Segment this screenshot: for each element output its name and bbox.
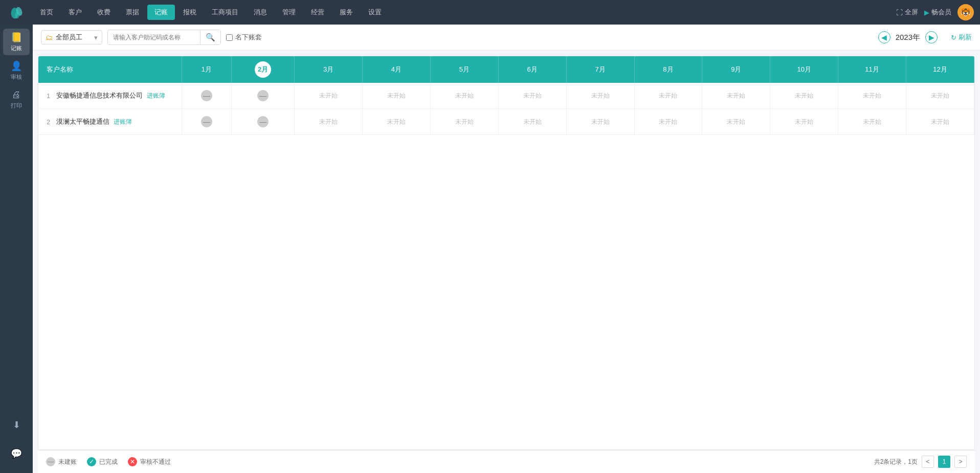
aug-cell-2: 未开始 (634, 109, 702, 135)
sidebar-item-help[interactable]: 💬 (3, 440, 30, 467)
col-client-name: 客户名称 (38, 56, 182, 83)
client-name-1: 安徽畅捷通信息技术有限公司 (56, 91, 143, 100)
year-navigation: ◀ 2023年 ▶ (878, 31, 938, 43)
legend-not-created: — 未建账 (46, 457, 77, 466)
nov-cell-1: 未开始 (838, 83, 906, 109)
enter-link-1[interactable]: 进账簿 (147, 92, 165, 100)
prev-page-button[interactable]: < (922, 456, 934, 468)
checkbox-label[interactable]: 名下账套 (226, 33, 262, 42)
refresh-button[interactable]: ↻ 刷新 (951, 33, 972, 42)
col-jul: 7月 (566, 56, 634, 83)
nov-cell-2: 未开始 (838, 109, 906, 135)
print-icon: 🖨 (12, 89, 21, 100)
col-feb: 2月 (232, 56, 295, 83)
status-dash: — (201, 90, 212, 101)
record-info: 共2条记录，1页 (874, 458, 918, 466)
year-label: 2023年 (896, 33, 920, 42)
checkbox-text: 名下账套 (235, 33, 262, 42)
nav-item-报税[interactable]: 报税 (176, 5, 204, 20)
jan-cell-2: — (182, 109, 232, 135)
legend-completed: ✓ 已完成 (87, 457, 118, 466)
current-page-button[interactable]: 1 (938, 456, 950, 468)
enter-link-2[interactable]: 进账簿 (114, 118, 132, 126)
col-sep: 9月 (702, 56, 770, 83)
col-oct: 10月 (770, 56, 838, 83)
client-name-2: 漠澜太平畅捷通信 (56, 117, 109, 126)
col-may: 5月 (430, 56, 498, 83)
nav-item-经营[interactable]: 经营 (304, 5, 331, 20)
col-mar: 3月 (295, 56, 363, 83)
footer: — 未建账 ✓ 已完成 ✕ 审核不通过 共2条记录，1页 < 1 > (38, 450, 975, 473)
employee-selector[interactable]: 🗂 全部员工 ▾ (41, 30, 102, 44)
nav-item-票据[interactable]: 票据 (119, 5, 146, 20)
my-accounts-checkbox[interactable] (226, 34, 233, 41)
legend-rejected-label: 审核不通过 (140, 458, 171, 466)
fullscreen-icon: ⛶ (896, 9, 903, 16)
sidebar-item-print-label: 打印 (11, 102, 22, 109)
refresh-icon: ↻ (951, 34, 956, 41)
employee-label: 全部员工 (56, 33, 82, 42)
jul-cell-2: 未开始 (566, 109, 634, 135)
bookkeeping-icon: 📒 (11, 32, 22, 43)
col-nov: 11月 (838, 56, 906, 83)
dec-cell-2: 未开始 (906, 109, 974, 135)
may-cell-1: 未开始 (430, 83, 498, 109)
status-dash: — (257, 90, 269, 101)
year-next-button[interactable]: ▶ (925, 31, 938, 43)
accounts-table: 客户名称 1月 2月 3月 4月 5月 6月 7月 8月 9月 10月 11月 (38, 56, 974, 135)
nav-item-客户[interactable]: 客户 (61, 5, 89, 20)
nav-item-管理[interactable]: 管理 (275, 5, 303, 20)
may-cell-2: 未开始 (430, 109, 498, 135)
legend-not-created-label: 未建账 (58, 458, 77, 466)
toolbar: 🗂 全部员工 ▾ 🔍 名下账套 ◀ 2023年 ▶ ↻ 刷新 (33, 25, 980, 51)
jul-cell-1: 未开始 (566, 83, 634, 109)
search-button[interactable]: 🔍 (200, 30, 220, 44)
legend-rejected: ✕ 审核不通过 (128, 457, 171, 466)
year-prev-button[interactable]: ◀ (878, 31, 890, 43)
nav-item-首页[interactable]: 首页 (33, 5, 60, 20)
nav-item-服务[interactable]: 服务 (332, 5, 360, 20)
sidebar-item-print[interactable]: 🖨 打印 (3, 86, 30, 112)
fullscreen-button[interactable]: ⛶ 全屏 (896, 8, 918, 17)
table-body: 1 安徽畅捷通信息技术有限公司 进账簿 — — 未开始 未开始 未开始 未开始 … (38, 83, 974, 135)
legend-grey-dot: — (46, 457, 55, 466)
user-avatar[interactable]: 🐯 (957, 4, 974, 20)
fullscreen-label: 全屏 (905, 8, 918, 17)
client-name-cell: 2 漠澜太平畅捷通信 进账簿 (38, 109, 182, 135)
oct-cell-1: 未开始 (770, 83, 838, 109)
nav-item-消息[interactable]: 消息 (247, 5, 274, 20)
search-wrap: 🔍 (107, 30, 221, 45)
client-num-1: 1 (47, 92, 50, 100)
col-aug: 8月 (634, 56, 702, 83)
nav-item-设置[interactable]: 设置 (361, 5, 389, 20)
next-page-button[interactable]: > (954, 456, 967, 468)
table-row: 2 漠澜太平畅捷通信 进账簿 — — 未开始 未开始 未开始 未开始 未开始 未… (38, 109, 974, 135)
vip-label: 畅会员 (931, 8, 951, 17)
sidebar-item-audit[interactable]: 👤 审核 (3, 57, 30, 84)
sidebar-item-download[interactable]: ⬇ (3, 412, 30, 438)
help-icon: 💬 (11, 448, 22, 459)
col-apr: 4月 (363, 56, 431, 83)
status-dash: — (257, 116, 269, 127)
client-num-2: 2 (47, 118, 50, 126)
nav-item-收费[interactable]: 收费 (90, 5, 118, 20)
table-row: 1 安徽畅捷通信息技术有限公司 进账簿 — — 未开始 未开始 未开始 未开始 … (38, 83, 974, 109)
nav-item-工商项目[interactable]: 工商项目 (205, 5, 246, 20)
pagination: 共2条记录，1页 < 1 > (874, 456, 967, 468)
sep-cell-2: 未开始 (702, 109, 770, 135)
search-input[interactable] (108, 31, 200, 43)
status-dash: — (201, 116, 212, 127)
apr-cell-1: 未开始 (363, 83, 431, 109)
top-nav: 首页客户收费票据记账报税工商项目消息管理经营服务设置 ⛶ 全屏 ▶ 畅会员 🐯 (0, 0, 980, 25)
col-dec: 12月 (906, 56, 974, 83)
nav-right: ⛶ 全屏 ▶ 畅会员 🐯 (896, 4, 974, 20)
apr-cell-2: 未开始 (363, 109, 431, 135)
client-name-cell: 1 安徽畅捷通信息技术有限公司 进账簿 (38, 83, 182, 109)
nav-item-记账[interactable]: 记账 (147, 5, 175, 20)
download-icon: ⬇ (13, 419, 20, 431)
sidebar-item-bookkeeping[interactable]: 📒 记账 (3, 29, 30, 55)
vip-button[interactable]: ▶ 畅会员 (924, 8, 951, 17)
legend-teal-dot: ✓ (87, 457, 96, 466)
sidebar: 📒 记账 👤 审核 🖨 打印 ⬇ 💬 (0, 25, 33, 473)
sidebar-item-audit-label: 审核 (11, 73, 22, 81)
